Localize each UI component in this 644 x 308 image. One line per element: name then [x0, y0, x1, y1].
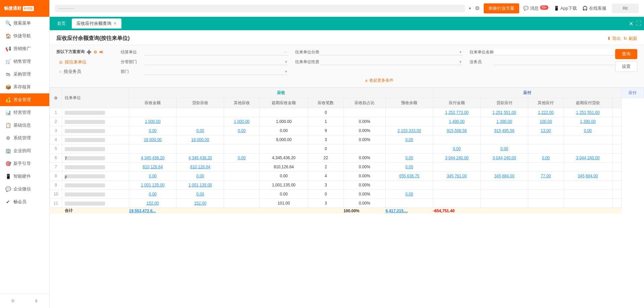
cell-ap-overdue[interactable]: 345,684.00: [564, 172, 612, 181]
cell-ar-other[interactable]: 0.00: [224, 153, 260, 163]
sidebar-item-marketing[interactable]: 📢 营销推广: [0, 42, 49, 55]
sidebar-item-finance[interactable]: 💰 资金管理: [0, 93, 49, 106]
cell-ap-loans[interactable]: 345,684.00: [481, 172, 528, 181]
cell-ap-amount[interactable]: 345,761.00: [433, 172, 481, 181]
sidebar-item-beginner[interactable]: 🎯 新手引导: [0, 157, 49, 170]
cell-ap-other[interactable]: 1,222.00: [528, 108, 564, 117]
sidebar-item-search-menu[interactable]: 🔍 搜索菜单: [0, 17, 49, 30]
sidebar-item-enterprise[interactable]: 🏢 企业协同: [0, 144, 49, 157]
table-gear-icon[interactable]: ⚙: [54, 96, 58, 100]
cell-ar-loans[interactable]: 0.00: [176, 126, 224, 135]
cell-ar-other[interactable]: 1,000.00: [224, 117, 260, 126]
cell-ap-loans[interactable]: 0.00: [481, 144, 528, 153]
cell-ar-advance[interactable]: 655,636.75: [385, 172, 433, 181]
cell-ar-amount[interactable]: 0.00: [129, 126, 177, 135]
sidebar-item-system[interactable]: ⚙ 系统管理: [0, 132, 49, 144]
cell-ap-other[interactable]: 13.00: [528, 126, 564, 135]
department-input[interactable]: ▾: [144, 69, 288, 75]
cell-ap-amount[interactable]: 915,508.56: [433, 126, 481, 135]
collapse-btn[interactable]: ∧ 收起更多条件: [365, 78, 393, 83]
cell-ar-loans[interactable]: 810,126.64: [176, 163, 224, 172]
cell-ar-advance[interactable]: 0.00: [385, 190, 433, 199]
cell-ar-loans[interactable]: 4,345,436.20: [176, 153, 224, 163]
cell-ar-amount[interactable]: 810,126.64: [129, 163, 177, 172]
cell-ar-amount[interactable]: 0.00: [129, 172, 177, 181]
cell-ar-advance[interactable]: 2,153,333.00: [385, 126, 433, 135]
filter-settings-icon[interactable]: ⊙: [94, 50, 97, 54]
unit-nature-input[interactable]: ▾: [319, 59, 463, 65]
header-gear-icon[interactable]: ⚙: [475, 5, 480, 11]
sidebar-item-operations[interactable]: 📊 经营管理: [0, 106, 49, 119]
sidebar-item-base-info[interactable]: 📋 基础信息: [0, 119, 49, 132]
app-download-group[interactable]: 📱 App下载: [554, 5, 577, 11]
cell-ar-amount[interactable]: 1,000.00: [129, 117, 177, 126]
cell-ap-loans[interactable]: 915,495.56: [481, 126, 528, 135]
trial-btn[interactable]: 体验行业方案: [484, 3, 519, 13]
cell-ap-loans[interactable]: 1,390.00: [481, 117, 528, 126]
cell-ar-loans[interactable]: 1,001,135.00: [176, 181, 224, 190]
refresh-btn[interactable]: ↻ 刷新: [624, 36, 637, 42]
filter-by-unit[interactable]: ⊙ 按往来单位: [56, 57, 117, 67]
export-btn[interactable]: ⬆ 导出: [607, 36, 621, 42]
filter-by-unit-label: 按往来单位: [65, 59, 87, 65]
tab-ar-ap[interactable]: 应收应付余额查询 ✕: [72, 18, 121, 29]
sidebar-item-member[interactable]: ✔ 畅会员: [0, 195, 49, 208]
cell-ap-amount[interactable]: 1,490.00: [433, 117, 481, 126]
cell-ar-loans[interactable]: 18,000.00: [176, 135, 224, 144]
cell-ar-amount[interactable]: 0.00: [129, 190, 177, 199]
filter-by-staff[interactable]: ○ 按业务员: [56, 67, 117, 76]
total-ar-advance[interactable]: 6,417,215....: [385, 208, 433, 214]
cell-ar-loans[interactable]: 0.00: [176, 172, 224, 181]
tab-close-all-icon[interactable]: ✕: [629, 20, 633, 27]
user-avatar[interactable]: Rit: [612, 4, 639, 13]
cell-ar-loans[interactable]: 152.00: [176, 199, 224, 208]
sidebar-settings-btn[interactable]: ⚙: [3, 297, 23, 305]
sidebar-item-smart-hw[interactable]: 📱 智能硬件: [0, 170, 49, 183]
filter-add-icon[interactable]: ➕: [87, 50, 92, 54]
sidebar-item-quick-nav[interactable]: 🏠 快捷导航: [0, 30, 49, 42]
cell-ap-loans[interactable]: 3,044,240.00: [481, 153, 528, 163]
total-ar-amount[interactable]: 19,553,472,6...: [129, 208, 177, 214]
sidebar-item-sales[interactable]: 🛒 销售管理: [0, 55, 49, 68]
cell-ar-amount[interactable]: 18,000.00: [129, 135, 177, 144]
cell-ar-advance[interactable]: 0.00: [385, 135, 433, 144]
tab-close-icon[interactable]: ✕: [113, 21, 117, 26]
sidebar-collapse-btn[interactable]: ⏸: [26, 297, 47, 305]
cell-ap-overdue[interactable]: 3,044,240.00: [564, 153, 612, 163]
col-header-settings[interactable]: ⚙: [50, 88, 62, 108]
header-dropdown-icon[interactable]: ▾: [469, 6, 471, 11]
cell-ar-advance[interactable]: 0.00: [385, 153, 433, 163]
settlement-unit-input[interactable]: ···: [144, 49, 288, 55]
sidebar-item-purchase[interactable]: 🛍 采购管理: [0, 68, 49, 81]
tab-home[interactable]: 首页: [52, 18, 70, 29]
sidebar-item-inventory[interactable]: 📦 库存核算: [0, 81, 49, 93]
cell-ap-amount[interactable]: 1,252,773.00: [433, 108, 481, 117]
cell-ar-other[interactable]: 0.00: [224, 126, 260, 135]
query-btn[interactable]: 查询: [615, 49, 637, 59]
cell-ap-other[interactable]: 100.00: [528, 117, 564, 126]
cell-ar-advance[interactable]: 0.00: [385, 163, 433, 172]
cell-ap-overdue[interactable]: 1,251,551.00: [564, 108, 612, 117]
unit-category-input[interactable]: ▾: [319, 49, 463, 55]
cell-ap-overdue[interactable]: 0.00: [564, 126, 612, 135]
cell-ap-other: [528, 163, 564, 172]
cell-ar-amount[interactable]: 4,345,436.20: [129, 153, 177, 163]
sidebar-item-wechat[interactable]: 💬 企业微信: [0, 183, 49, 195]
cell-ap-overdue[interactable]: 1,390.00: [564, 117, 612, 126]
cell-ap-amount[interactable]: 0.00: [433, 144, 481, 153]
cell-ar-amount[interactable]: 1,001,135.00: [129, 181, 177, 190]
cell-ap-other[interactable]: 0.00: [528, 153, 564, 163]
setting-btn[interactable]: 设置: [615, 61, 637, 72]
online-service-group[interactable]: 🎧 在线客服: [582, 5, 606, 11]
filter-area: 按以下方案查询 ➕ ⊙ ≪ ⊙ 按往来单位 ○ 按业务员: [50, 45, 644, 88]
filter-collapse-left-icon[interactable]: ≪: [99, 50, 103, 54]
cell-ar-loans[interactable]: 0.00: [176, 190, 224, 199]
dept-manager-input[interactable]: ▾: [144, 59, 288, 65]
cell-ar-amount[interactable]: 152.00: [129, 199, 177, 208]
messages-group[interactable]: 💬 消息 99+: [523, 5, 548, 11]
cell-ap-other[interactable]: 77.00: [528, 172, 564, 181]
cell-ar-ratio: 0.00%: [343, 181, 385, 190]
tab-expand-icon[interactable]: ⛶: [636, 20, 641, 27]
cell-ap-amount[interactable]: 3,044,240.00: [433, 153, 481, 163]
cell-ap-loans[interactable]: 1,251,551.00: [481, 108, 528, 117]
